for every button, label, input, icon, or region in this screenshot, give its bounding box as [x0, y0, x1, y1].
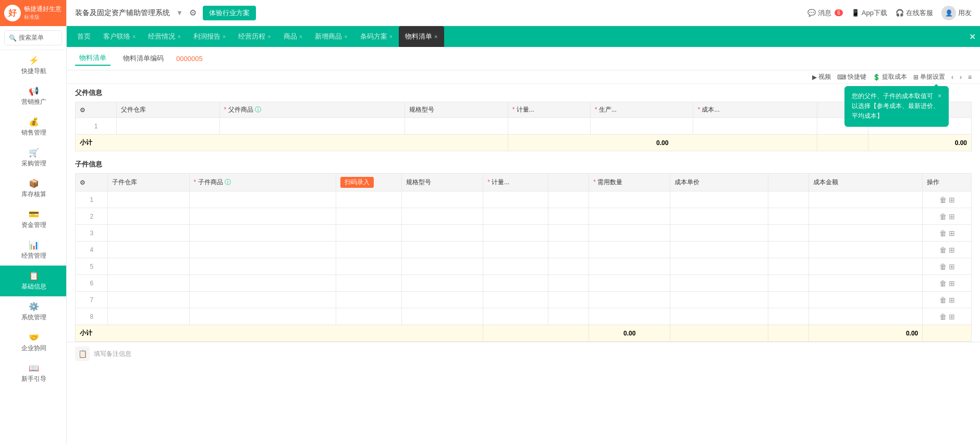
child-row-8-product[interactable]: [189, 308, 336, 325]
child-row-7-cost-unit[interactable]: [670, 292, 768, 308]
child-row-5-unit[interactable]: [483, 258, 548, 275]
sidebar-item-operations[interactable]: 📊 经营管理: [0, 235, 66, 266]
child-row-1-warehouse[interactable]: [108, 191, 189, 208]
child-row-7-product[interactable]: [189, 292, 336, 308]
tab-customer-close[interactable]: ×: [132, 33, 136, 40]
parent-col-settings[interactable]: ⚙: [76, 102, 117, 118]
child-row-8-amount[interactable]: [808, 308, 923, 325]
tab-profit[interactable]: 利润报告 ×: [187, 26, 232, 47]
tab-product[interactable]: 商品 ×: [277, 26, 309, 47]
tab-new-product-close[interactable]: ×: [344, 33, 347, 40]
child-row-4-spec[interactable]: [402, 242, 483, 258]
child-row-3-qty[interactable]: [589, 225, 670, 242]
child-row-6-amount[interactable]: [808, 275, 923, 292]
child-row-3-unit[interactable]: [483, 225, 548, 242]
tab-bom-close[interactable]: ×: [434, 33, 437, 40]
child-row-2-qty[interactable]: [589, 208, 670, 225]
child-row-5-copy-icon[interactable]: ⊞: [949, 262, 955, 271]
child-row-6-copy-icon[interactable]: ⊞: [949, 279, 955, 287]
tab-profit-close[interactable]: ×: [223, 33, 226, 40]
parent-row-cost[interactable]: [693, 118, 817, 135]
sidebar-item-purchase[interactable]: 🛒 采购管理: [0, 142, 66, 173]
parent-row-warehouse[interactable]: [117, 118, 220, 135]
child-row-7-spec[interactable]: [402, 292, 483, 308]
tab-product-close[interactable]: ×: [299, 33, 302, 40]
child-row-6-warehouse[interactable]: [108, 275, 189, 292]
tooltip-close-btn[interactable]: ×: [938, 91, 941, 101]
sub-tab-bom[interactable]: 物料清单: [75, 51, 111, 66]
video-btn[interactable]: ▶ 视频: [812, 73, 831, 81]
child-row-4-delete-icon[interactable]: 🗑: [939, 246, 947, 254]
user-item[interactable]: 👤 用友: [941, 6, 972, 20]
tab-journey-close[interactable]: ×: [267, 33, 271, 40]
child-row-3-cost-unit[interactable]: [670, 225, 768, 242]
tab-barcode-close[interactable]: ×: [389, 33, 393, 40]
child-row-1-spec[interactable]: [402, 191, 483, 208]
sidebar-item-inventory[interactable]: 📦 库存核算: [0, 173, 66, 204]
single-settings-btn[interactable]: ⊞ 单据设置: [913, 73, 945, 81]
child-row-1-product[interactable]: [189, 191, 336, 208]
child-row-3-copy-icon[interactable]: ⊞: [949, 229, 955, 237]
child-row-5-qty[interactable]: [589, 258, 670, 275]
child-row-4-qty[interactable]: [589, 242, 670, 258]
child-row-5-amount[interactable]: [808, 258, 923, 275]
child-row-3-warehouse[interactable]: [108, 225, 189, 242]
tab-bar-close-all[interactable]: ✕: [969, 32, 976, 42]
child-row-1-amount[interactable]: [808, 191, 923, 208]
message-item[interactable]: 💬 消息 6: [807, 8, 843, 18]
child-row-4-product[interactable]: [189, 242, 336, 258]
shortcut-btn[interactable]: ⌨ 快捷键: [837, 73, 866, 81]
child-row-8-spec[interactable]: [402, 308, 483, 325]
app-download-item[interactable]: 📱 App下载: [851, 8, 887, 18]
child-row-4-amount[interactable]: [808, 242, 923, 258]
child-row-7-copy-icon[interactable]: ⊞: [949, 296, 955, 304]
child-row-5-cost-unit[interactable]: [670, 258, 768, 275]
child-row-2-warehouse[interactable]: [108, 208, 189, 225]
child-row-2-unit[interactable]: [483, 208, 548, 225]
scan-input-btn[interactable]: 扫码录入: [340, 177, 374, 188]
child-row-2-amount[interactable]: [808, 208, 923, 225]
tab-barcode[interactable]: 条码方案 ×: [354, 26, 399, 47]
sidebar-item-system[interactable]: ⚙️ 系统管理: [0, 296, 66, 327]
child-row-5-product[interactable]: [189, 258, 336, 275]
sidebar-item-enterprise[interactable]: 🤝 企业协同: [0, 327, 66, 358]
online-service-item[interactable]: 🎧 在线客服: [896, 8, 933, 18]
parent-row-product[interactable]: [219, 118, 405, 135]
child-row-3-spec[interactable]: [402, 225, 483, 242]
child-row-7-delete-icon[interactable]: 🗑: [939, 296, 947, 304]
child-row-2-delete-icon[interactable]: 🗑: [939, 212, 947, 221]
child-row-8-warehouse[interactable]: [108, 308, 189, 325]
tab-bom[interactable]: 物料清单 ×: [399, 26, 444, 47]
child-row-2-copy-icon[interactable]: ⊞: [949, 212, 955, 221]
child-row-8-qty[interactable]: [589, 308, 670, 325]
child-row-1-copy-icon[interactable]: ⊞: [949, 196, 955, 204]
sidebar-item-basic-info[interactable]: 📋 基础信息: [0, 266, 66, 296]
child-row-8-unit[interactable]: [483, 308, 548, 325]
tab-home[interactable]: 首页: [71, 26, 97, 47]
parent-row-spec[interactable]: [405, 118, 508, 135]
child-row-4-cost-unit[interactable]: [670, 242, 768, 258]
sidebar-item-guide[interactable]: 📖 新手引导: [0, 358, 66, 389]
child-row-4-warehouse[interactable]: [108, 242, 189, 258]
child-row-6-cost-unit[interactable]: [670, 275, 768, 292]
child-row-2-spec[interactable]: [402, 208, 483, 225]
child-row-8-copy-icon[interactable]: ⊞: [949, 313, 955, 321]
sidebar-item-marketing[interactable]: 📢 营销推广: [0, 81, 66, 112]
tab-customer[interactable]: 客户联络 ×: [97, 26, 142, 47]
tab-operations-close[interactable]: ×: [177, 33, 180, 40]
child-row-5-warehouse[interactable]: [108, 258, 189, 275]
child-row-1-cost-unit[interactable]: [670, 191, 768, 208]
child-row-5-delete-icon[interactable]: 🗑: [939, 262, 947, 271]
child-row-6-delete-icon[interactable]: 🗑: [939, 279, 947, 287]
parent-row-unit[interactable]: [508, 118, 590, 135]
child-row-7-qty[interactable]: [589, 292, 670, 308]
child-col-settings[interactable]: ⚙: [76, 174, 108, 191]
tab-operations[interactable]: 经营情况 ×: [142, 26, 187, 47]
child-row-1-qty[interactable]: [589, 191, 670, 208]
child-row-6-spec[interactable]: [402, 275, 483, 292]
child-row-7-amount[interactable]: [808, 292, 923, 308]
child-row-8-cost-unit[interactable]: [670, 308, 768, 325]
tab-new-product[interactable]: 新增商品 ×: [309, 26, 353, 47]
child-row-7-warehouse[interactable]: [108, 292, 189, 308]
child-row-3-amount[interactable]: [808, 225, 923, 242]
